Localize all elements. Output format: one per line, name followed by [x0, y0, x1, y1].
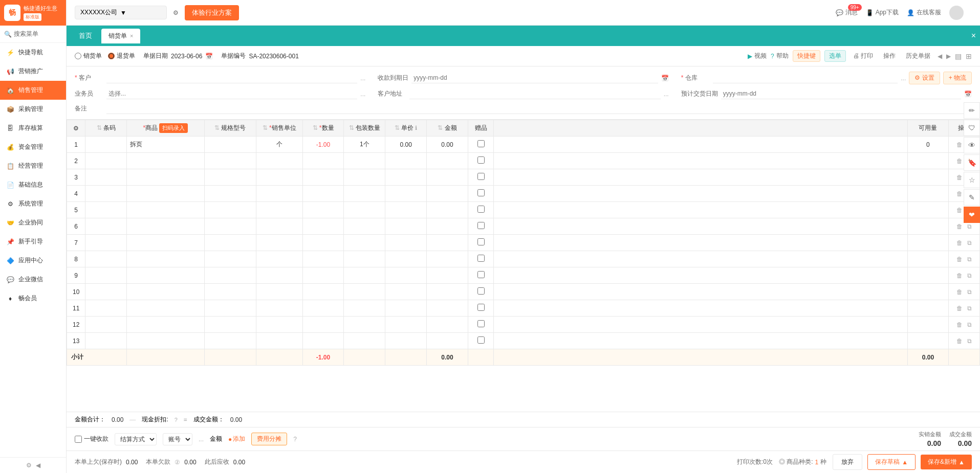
sidebar-item-base[interactable]: 📄 基础信息 — [0, 175, 66, 194]
row-delete-btn[interactable]: 🗑 — [955, 190, 964, 197]
sidebar-search[interactable]: 🔍 搜索菜单 — [0, 26, 66, 43]
row-delete-btn[interactable]: 🗑 — [955, 174, 964, 181]
sidebar-item-wechat[interactable]: 💬 企业微信 — [0, 270, 66, 289]
float-pencil-btn[interactable]: ✎ — [964, 189, 980, 206]
sidebar-item-guide[interactable]: 📌 新手引导 — [0, 232, 66, 251]
row-spec-8[interactable] — [204, 251, 256, 267]
save-draft-btn[interactable]: 保存草稿 ▲ — [867, 454, 916, 470]
row-delete-btn[interactable]: 🗑 — [955, 157, 964, 165]
float-star-btn[interactable]: ☆ — [964, 172, 980, 188]
row-gift-10[interactable] — [468, 284, 494, 300]
sidebar-item-marketing[interactable]: 📢 营销推广 — [0, 62, 66, 81]
row-delete-btn[interactable]: 🗑 — [955, 272, 964, 279]
row-barcode-6[interactable] — [85, 218, 127, 235]
radio-sale-input[interactable] — [75, 53, 81, 59]
row-barcode-11[interactable] — [85, 300, 127, 317]
row-barcode-8[interactable] — [85, 251, 127, 267]
row-spec-4[interactable] — [204, 186, 256, 202]
customer-input[interactable] — [106, 73, 357, 83]
settings-btn[interactable]: ⚙ 设置 — [909, 72, 940, 84]
due-date-calendar-icon[interactable]: 📅 — [661, 75, 669, 82]
row-delete-btn[interactable]: 🗑 — [955, 288, 964, 296]
history-btn[interactable]: 历史单据 — [903, 51, 933, 61]
sidebar-item-inventory[interactable]: 🗄 库存核算 — [0, 119, 66, 138]
row-copy-btn[interactable]: ⧉ — [966, 305, 973, 312]
row-gift-3[interactable] — [468, 169, 494, 186]
radio-return-input[interactable] — [108, 53, 115, 59]
row-delete-btn[interactable]: 🗑 — [955, 256, 964, 263]
warehouse-input[interactable]: 建材仓 — [713, 73, 898, 83]
shortcut-btn[interactable]: 快捷键 — [793, 50, 820, 62]
row-delete-btn[interactable]: 🗑 — [955, 207, 964, 214]
fee-split-btn[interactable]: 费用分摊 — [251, 433, 287, 445]
row-gift-6[interactable] — [468, 218, 494, 235]
sidebar-item-member[interactable]: ♦ 畅会员 — [0, 289, 66, 308]
add-payment-btn[interactable]: ● 添加 — [228, 435, 245, 443]
delivery-date-input[interactable] — [721, 88, 961, 99]
address-input[interactable] — [409, 88, 660, 99]
scan-btn[interactable]: 扫码录入 — [159, 123, 188, 133]
row-delete-btn[interactable]: 🗑 — [955, 223, 964, 230]
row-barcode-9[interactable] — [85, 267, 127, 284]
row-gift-4[interactable] — [468, 186, 494, 202]
customer-dots[interactable]: ... — [360, 75, 365, 82]
layout1-btn[interactable]: ▤ — [955, 52, 962, 60]
float-edit-btn[interactable]: ✏ — [964, 102, 980, 119]
row-spec-13[interactable] — [204, 333, 256, 349]
row-copy-btn[interactable]: ⧉ — [966, 288, 973, 296]
row-gift-8[interactable] — [468, 251, 494, 267]
payment-method-select[interactable]: 结算方式 — [115, 433, 157, 445]
row-spec-12[interactable] — [204, 317, 256, 333]
address-dots[interactable]: ... — [664, 91, 669, 98]
payment-account-select[interactable]: 账号 — [163, 433, 192, 445]
row-spec-7[interactable] — [204, 235, 256, 251]
radio-sale[interactable]: 销货单 — [75, 52, 102, 60]
calendar-icon[interactable]: 📅 — [205, 53, 213, 60]
row-copy-btn[interactable]: ⧉ — [966, 223, 973, 230]
row-spec-1[interactable] — [204, 137, 256, 153]
topbar-settings-icon[interactable]: ⚙ — [173, 9, 179, 16]
float-eye-btn[interactable]: 👁 — [964, 137, 980, 153]
row-delete-btn[interactable]: 🗑 — [955, 141, 964, 148]
row-spec-5[interactable] — [204, 202, 256, 218]
help-btn[interactable]: ? 帮助 — [771, 52, 789, 60]
row-barcode-13[interactable] — [85, 333, 127, 349]
col-settings-header[interactable]: ⚙ — [67, 120, 85, 137]
row-barcode-1[interactable] — [85, 137, 127, 153]
logistics-btn[interactable]: + 物流 — [943, 72, 972, 84]
float-bookmark-btn[interactable]: 🔖 — [964, 154, 980, 171]
sidebar-item-quick-nav[interactable]: ⚡ 快捷导航 — [0, 43, 66, 62]
row-delete-btn[interactable]: 🗑 — [955, 321, 964, 328]
row-gift-2[interactable] — [468, 153, 494, 169]
row-gift-9[interactable] — [468, 267, 494, 284]
radio-return[interactable]: 退货单 — [108, 52, 135, 60]
row-gift-11[interactable] — [468, 300, 494, 317]
tabbar-close-btn[interactable]: × — [971, 31, 976, 40]
float-orange-btn[interactable]: ❤ — [964, 207, 980, 223]
app-download-btn[interactable]: 📱 App下载 — [866, 8, 899, 17]
remark-input[interactable] — [106, 103, 972, 114]
print-btn[interactable]: 🖨 打印 — [850, 51, 876, 61]
warehouse-dots[interactable]: ... — [901, 75, 906, 82]
row-spec-10[interactable] — [204, 284, 256, 300]
row-barcode-3[interactable] — [85, 169, 127, 186]
row-barcode-12[interactable] — [85, 317, 127, 333]
sidebar-item-sales[interactable]: 🏠 销售管理 — [0, 81, 66, 100]
row-barcode-7[interactable] — [85, 235, 127, 251]
row-spec-9[interactable] — [204, 267, 256, 284]
sidebar-item-enterprise[interactable]: 🤝 企业协同 — [0, 213, 66, 232]
nav-next-btn[interactable]: ▶ — [946, 53, 951, 60]
sidebar-item-system[interactable]: ⚙ 系统管理 — [0, 194, 66, 213]
row-gift-7[interactable] — [468, 235, 494, 251]
op-btn[interactable]: 操作 — [880, 51, 899, 61]
video-btn[interactable]: ▶ 视频 — [748, 52, 767, 60]
one-key-checkbox[interactable] — [75, 436, 82, 443]
sidebar-item-purchase[interactable]: 📦 采购管理 — [0, 100, 66, 119]
due-date-input[interactable] — [411, 73, 658, 83]
row-barcode-2[interactable] — [85, 153, 127, 169]
row-copy-btn[interactable]: ⧉ — [966, 256, 973, 263]
salesman-input[interactable] — [106, 88, 357, 99]
sidebar-settings-btn[interactable]: ⚙ — [26, 462, 32, 469]
salesman-dots[interactable]: ... — [360, 91, 365, 98]
tab-home[interactable]: 首页 — [71, 27, 100, 44]
